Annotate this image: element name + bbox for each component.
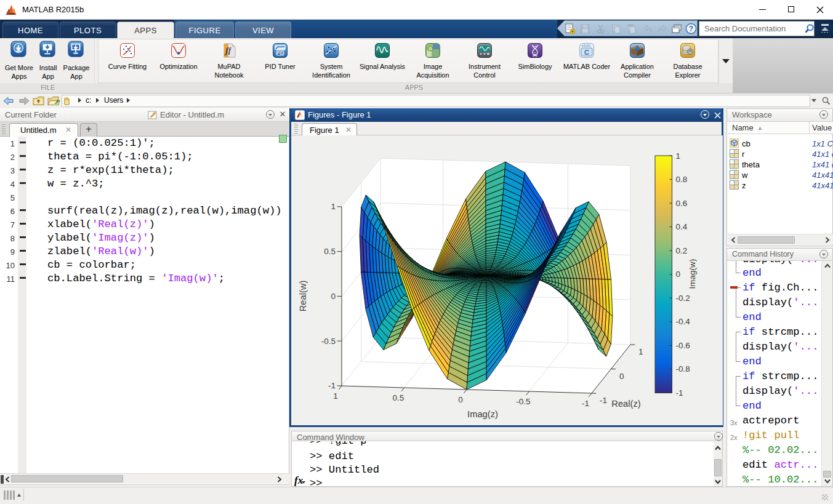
svg-text:0: 0	[331, 292, 336, 301]
svg-text:Real(w): Real(w)	[298, 281, 308, 312]
svg-text:Imag(w): Imag(w)	[688, 259, 697, 289]
svg-text:0.8: 0.8	[676, 175, 688, 184]
svg-text:?: ?	[689, 25, 693, 33]
svg-text:-1: -1	[582, 399, 589, 408]
svg-text:Imag(z): Imag(z)	[467, 409, 498, 419]
svg-text:PID: PID	[277, 51, 284, 55]
svg-text:1: 1	[333, 391, 338, 401]
svg-text:-0.4: -0.4	[676, 317, 691, 326]
svg-text:-0.6: -0.6	[676, 341, 690, 350]
svg-text:0: 0	[619, 372, 624, 381]
svg-text:1: 1	[638, 347, 643, 356]
svg-text:-1: -1	[328, 381, 336, 390]
svg-text:0.2: 0.2	[676, 246, 688, 255]
svg-text:0: 0	[676, 270, 681, 279]
svg-text:-0.5: -0.5	[516, 397, 530, 406]
svg-text:-1: -1	[676, 388, 683, 398]
svg-text:-1: -1	[600, 396, 607, 405]
svg-text:0.4: 0.4	[676, 222, 688, 231]
svg-text:0.6: 0.6	[676, 199, 688, 208]
svg-text:1: 1	[331, 202, 336, 211]
svg-text:C: C	[584, 49, 589, 56]
svg-text:-0.2: -0.2	[676, 294, 690, 303]
svg-text:1: 1	[676, 151, 681, 161]
svg-text:-0.5: -0.5	[321, 337, 336, 346]
svg-text:0: 0	[458, 395, 463, 404]
svg-text:0.5: 0.5	[324, 247, 336, 256]
svg-text:Real(z): Real(z)	[611, 399, 640, 409]
svg-text:0.5: 0.5	[393, 393, 404, 402]
svg-text:-0.8: -0.8	[676, 364, 690, 374]
